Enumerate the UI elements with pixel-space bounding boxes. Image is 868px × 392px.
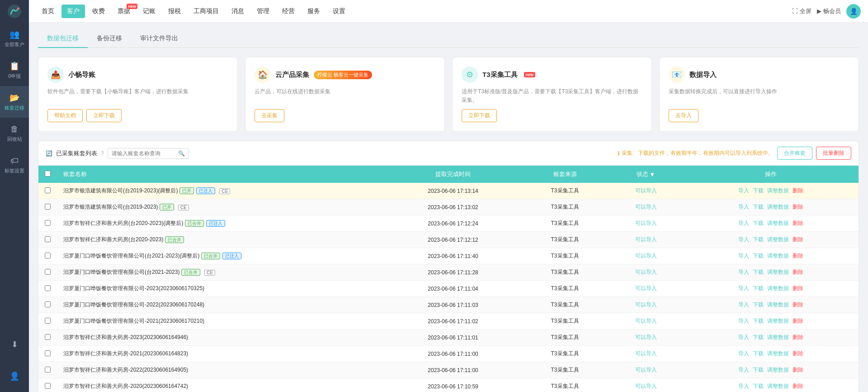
action-下载-link[interactable]: 下载 xyxy=(753,301,764,308)
row-checkbox[interactable] xyxy=(45,318,51,324)
action-导入-link[interactable]: 导入 xyxy=(738,204,749,210)
row-checkbox[interactable] xyxy=(45,220,51,226)
header-status[interactable]: 状态 ▼ xyxy=(609,166,683,183)
row-checkbox[interactable] xyxy=(45,187,51,193)
action-导入-link[interactable]: 导入 xyxy=(738,236,749,243)
action-删除-link[interactable]: 删除 xyxy=(793,301,803,308)
action-调整数据-link[interactable]: 调整数据 xyxy=(767,187,789,194)
action-下载-link[interactable]: 下载 xyxy=(753,269,764,275)
action-下载-link[interactable]: 下载 xyxy=(753,318,764,324)
action-调整数据-link[interactable]: 调整数据 xyxy=(767,350,789,357)
xiaochang-help-btn[interactable]: 帮助文档 xyxy=(47,109,83,122)
action-下载-link[interactable]: 下载 xyxy=(753,187,764,194)
action-调整数据-link[interactable]: 调整数据 xyxy=(767,220,789,226)
sidebar-item-account-migration[interactable]: 📂 账套迁移 xyxy=(0,86,29,118)
action-导入-link[interactable]: 导入 xyxy=(738,383,749,389)
action-调整数据-link[interactable]: 调整数据 xyxy=(767,334,789,340)
action-调整数据-link[interactable]: 调整数据 xyxy=(767,301,789,308)
row-checkbox[interactable] xyxy=(45,253,51,258)
member-button[interactable]: ▶ 畅会员 xyxy=(817,7,841,15)
action-调整数据-link[interactable]: 调整数据 xyxy=(767,236,789,243)
user-avatar[interactable]: 👤 xyxy=(846,4,861,19)
row-checkbox[interactable] xyxy=(45,236,51,242)
refresh-icon[interactable]: 🔄 xyxy=(46,150,52,157)
action-删除-link[interactable]: 删除 xyxy=(793,253,803,259)
action-删除-link[interactable]: 删除 xyxy=(793,318,803,324)
merge-accounts-button[interactable]: 合并账套 xyxy=(777,147,812,160)
nav-manage[interactable]: 管理 xyxy=(251,5,275,18)
action-导入-link[interactable]: 导入 xyxy=(738,187,749,194)
action-删除-link[interactable]: 删除 xyxy=(793,285,803,292)
sidebar-item-tag-settings[interactable]: 🏷 标签设置 xyxy=(0,149,29,181)
sidebar-item-recycle[interactable]: 🗑 回收站 xyxy=(0,118,29,149)
sidebar-item-download[interactable]: ⬇ xyxy=(0,329,29,360)
action-导入-link[interactable]: 导入 xyxy=(738,367,749,373)
nav-message[interactable]: 消息 xyxy=(226,5,250,18)
action-导入-link[interactable]: 导入 xyxy=(738,318,749,324)
fullscreen-button[interactable]: ⛶ 全屏 xyxy=(792,7,811,15)
action-调整数据-link[interactable]: 调整数据 xyxy=(767,269,789,275)
action-调整数据-link[interactable]: 调整数据 xyxy=(767,383,789,389)
action-导入-link[interactable]: 导入 xyxy=(738,285,749,292)
action-调整数据-link[interactable]: 调整数据 xyxy=(767,253,789,259)
tab-backup-migration[interactable]: 备份迁移 xyxy=(88,30,131,48)
nav-operation[interactable]: 经营 xyxy=(277,5,300,18)
row-checkbox[interactable] xyxy=(45,334,51,340)
action-删除-link[interactable]: 删除 xyxy=(793,383,803,389)
action-下载-link[interactable]: 下载 xyxy=(753,236,764,243)
action-下载-link[interactable]: 下载 xyxy=(753,285,764,292)
action-导入-link[interactable]: 导入 xyxy=(738,301,749,308)
action-删除-link[interactable]: 删除 xyxy=(793,236,803,243)
nav-business[interactable]: 工商项目 xyxy=(188,5,224,18)
nav-settings[interactable]: 设置 xyxy=(327,5,351,18)
action-下载-link[interactable]: 下载 xyxy=(753,367,764,373)
action-导入-link[interactable]: 导入 xyxy=(738,269,749,275)
action-导入-link[interactable]: 导入 xyxy=(738,334,749,340)
action-删除-link[interactable]: 删除 xyxy=(793,187,803,194)
import-go-btn[interactable]: 去导入 xyxy=(669,109,698,122)
action-导入-link[interactable]: 导入 xyxy=(738,220,749,226)
app-logo[interactable] xyxy=(0,0,29,23)
status-sort[interactable]: 状态 ▼ xyxy=(637,170,655,178)
sidebar-item-all-clients[interactable]: 👥 全部客户 xyxy=(0,23,29,54)
action-调整数据-link[interactable]: 调整数据 xyxy=(767,367,789,373)
action-下载-link[interactable]: 下载 xyxy=(753,383,764,389)
row-checkbox[interactable] xyxy=(45,367,51,373)
row-checkbox[interactable] xyxy=(45,285,51,291)
help-icon[interactable]: ? xyxy=(101,150,104,157)
action-下载-link[interactable]: 下载 xyxy=(753,253,764,259)
nav-home[interactable]: 首页 xyxy=(36,5,60,18)
action-下载-link[interactable]: 下载 xyxy=(753,204,764,210)
action-下载-link[interactable]: 下载 xyxy=(753,220,764,226)
action-删除-link[interactable]: 删除 xyxy=(793,220,803,226)
action-删除-link[interactable]: 删除 xyxy=(793,334,803,340)
action-导入-link[interactable]: 导入 xyxy=(738,253,749,259)
row-checkbox[interactable] xyxy=(45,269,51,275)
nav-invoice[interactable]: 票据 new xyxy=(112,5,136,18)
action-调整数据-link[interactable]: 调整数据 xyxy=(767,318,789,324)
sidebar-item-profile[interactable]: 👤 xyxy=(0,360,29,392)
nav-service[interactable]: 服务 xyxy=(302,5,326,18)
row-checkbox[interactable] xyxy=(45,301,51,307)
nav-tax[interactable]: 报税 xyxy=(163,5,186,18)
t3-download-btn[interactable]: 立即下载 xyxy=(462,109,497,122)
search-submit-icon[interactable]: 🔍 xyxy=(178,150,185,157)
action-调整数据-link[interactable]: 调整数据 xyxy=(767,285,789,292)
row-checkbox[interactable] xyxy=(45,204,51,210)
action-下载-link[interactable]: 下载 xyxy=(753,350,764,357)
nav-fee[interactable]: 收费 xyxy=(87,5,110,18)
action-删除-link[interactable]: 删除 xyxy=(793,269,803,275)
action-删除-link[interactable]: 删除 xyxy=(793,350,803,357)
xiaochang-download-btn[interactable]: 立即下载 xyxy=(86,109,122,122)
search-input[interactable] xyxy=(112,150,176,157)
batch-delete-button[interactable]: 批量删除 xyxy=(816,147,851,160)
cloud-collect-btn[interactable]: 去采集 xyxy=(255,109,284,122)
row-checkbox[interactable] xyxy=(45,350,51,356)
action-删除-link[interactable]: 删除 xyxy=(793,204,803,210)
action-调整数据-link[interactable]: 调整数据 xyxy=(767,204,789,210)
action-导入-link[interactable]: 导入 xyxy=(738,350,749,357)
search-box[interactable]: 🔍 xyxy=(108,148,189,159)
tab-data-migration[interactable]: 数据包迁移 xyxy=(38,30,88,48)
tab-audit-export[interactable]: 审计文件导出 xyxy=(131,30,187,48)
nav-bookkeeping[interactable]: 记账 xyxy=(137,5,161,18)
